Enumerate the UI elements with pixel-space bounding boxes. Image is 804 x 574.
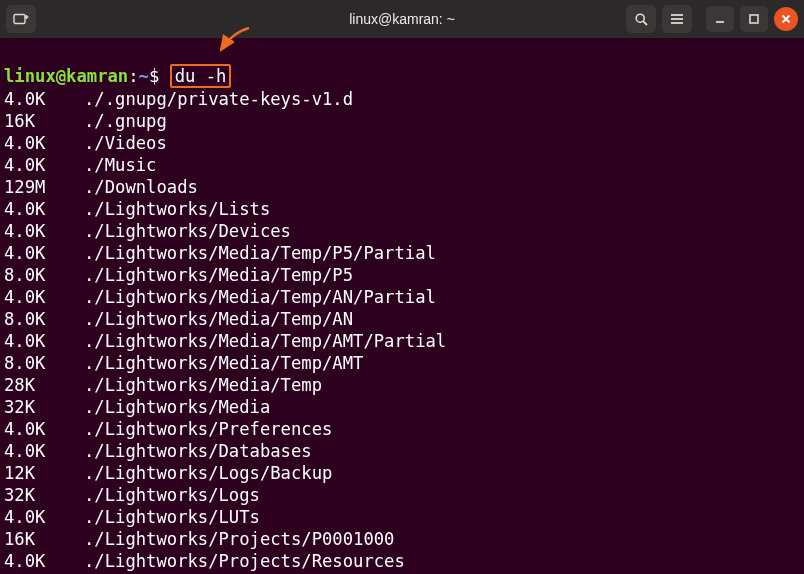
output-row: 4.0K./Lightworks/Lists [4,198,800,220]
path-cell: ./Lightworks/Media/Temp/AMT/Partial [84,331,446,351]
output-row: 129M./Downloads [4,176,800,198]
output-row: 4.0K./Lightworks/Media/Temp/AMT/Partial [4,330,800,352]
size-cell: 4.0K [4,418,84,440]
size-cell: 4.0K [4,88,84,110]
path-cell: ./Lightworks/Projects/P0001000 [84,529,394,549]
svg-rect-9 [750,15,758,23]
path-cell: ./Lightworks/Media/Temp/AN [84,309,353,329]
output-row: 4.0K./Lightworks/Databases [4,440,800,462]
output-row: 8.0K./Lightworks/Media/Temp/P5 [4,264,800,286]
svg-rect-0 [14,15,25,24]
path-cell: ./Lightworks/Media/Temp/P5 [84,265,353,285]
size-cell: 4.0K [4,330,84,352]
prompt-separator: : [128,66,138,86]
maximize-button[interactable] [740,6,768,32]
path-cell: ./Lightworks/Media [84,397,270,417]
window-titlebar: linux@kamran: ~ [0,0,804,38]
path-cell: ./Lightworks/Lists [84,199,270,219]
size-cell: 4.0K [4,198,84,220]
output-row: 4.0K./Videos [4,132,800,154]
prompt-line: linux@kamran:~$ du -h [4,64,800,88]
output-row: 4.0K./Music [4,154,800,176]
size-cell: 8.0K [4,352,84,374]
prompt-path: ~ [139,66,149,86]
size-cell: 32K [4,396,84,418]
prompt-user: linux@kamran [4,66,128,86]
size-cell: 4.0K [4,286,84,308]
path-cell: ./Lightworks/Preferences [84,419,332,439]
output-row: 32K./Lightworks/Logs [4,484,800,506]
output-row: 4.0K./Lightworks/Devices [4,220,800,242]
size-cell: 4.0K [4,550,84,572]
output-row: 8.0K./Lightworks/Media/Temp/AN [4,308,800,330]
size-cell: 4.0K [4,132,84,154]
output-row: 8.0K./Lightworks/Media/Temp/AMT [4,352,800,374]
path-cell: ./Lightworks/Logs [84,485,260,505]
output-row: 4.0K./Lightworks/Media/Temp/P5/Partial [4,242,800,264]
prompt-sigil: $ [149,66,159,86]
terminal-output-area[interactable]: linux@kamran:~$ du -h4.0K./.gnupg/privat… [0,38,804,574]
command-highlight-box: du -h [170,64,232,88]
path-cell: ./.gnupg/private-keys-v1.d [84,89,353,109]
size-cell: 4.0K [4,154,84,176]
search-button[interactable] [626,5,656,33]
output-row: 4.0K./Lightworks/Media/Temp/AN/Partial [4,286,800,308]
path-cell: ./Lightworks/Media/Temp [84,375,322,395]
output-row: 4.0K./Lightworks/LUTs [4,506,800,528]
path-cell: ./Lightworks/Databases [84,441,312,461]
svg-point-3 [636,14,644,22]
output-row: 28K./Lightworks/Media/Temp [4,374,800,396]
close-button[interactable] [774,7,798,31]
output-row: 32K./Lightworks/Media [4,396,800,418]
size-cell: 4.0K [4,440,84,462]
output-row: 4.0K./Lightworks/Preferences [4,418,800,440]
size-cell: 32K [4,484,84,506]
path-cell: ./Lightworks/LUTs [84,507,260,527]
path-cell: ./Lightworks/Projects/Resources [84,551,405,571]
path-cell: ./Lightworks/Media/Temp/P5/Partial [84,243,436,263]
path-cell: ./Downloads [84,177,198,197]
size-cell: 8.0K [4,308,84,330]
size-cell: 16K [4,110,84,132]
output-row: 4.0K./Lightworks/Projects/Resources [4,550,800,572]
output-row: 4.0K./.gnupg/private-keys-v1.d [4,88,800,110]
path-cell: ./Lightworks/Media/Temp/AN/Partial [84,287,436,307]
size-cell: 4.0K [4,220,84,242]
size-cell: 8.0K [4,264,84,286]
command-text: du -h [175,66,227,86]
svg-line-4 [643,21,647,25]
path-cell: ./Lightworks/Logs/Backup [84,463,332,483]
path-cell: ./Lightworks/Devices [84,221,291,241]
output-row: 12K./Lightworks/Logs/Backup [4,462,800,484]
path-cell: ./Lightworks/Media/Temp/AMT [84,353,363,373]
size-cell: 16K [4,528,84,550]
path-cell: ./.gnupg [84,111,167,131]
size-cell: 4.0K [4,506,84,528]
output-row: 16K./.gnupg [4,110,800,132]
menu-button[interactable] [662,5,692,33]
new-tab-button[interactable] [6,5,36,33]
path-cell: ./Music [84,155,156,175]
path-cell: ./Videos [84,133,167,153]
minimize-button[interactable] [706,6,734,32]
size-cell: 4.0K [4,242,84,264]
size-cell: 28K [4,374,84,396]
size-cell: 12K [4,462,84,484]
output-row: 16K./Lightworks/Projects/P0001000 [4,528,800,550]
size-cell: 129M [4,176,84,198]
